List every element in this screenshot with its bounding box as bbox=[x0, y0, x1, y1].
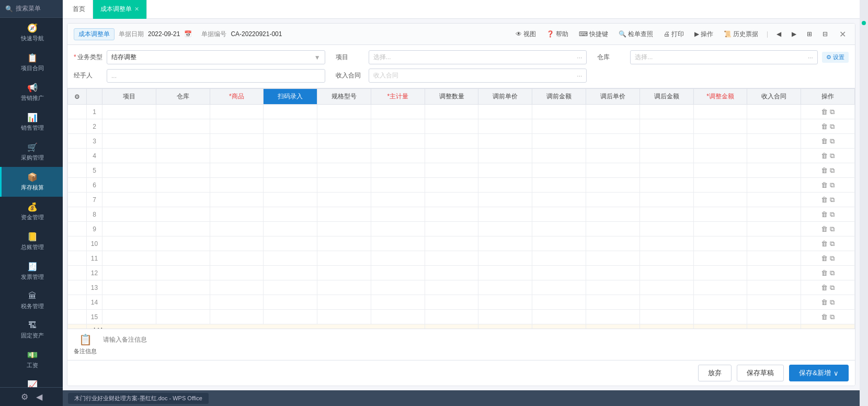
row-spec[interactable] bbox=[317, 207, 371, 222]
row-unit[interactable] bbox=[371, 280, 425, 295]
row-product[interactable] bbox=[210, 119, 264, 134]
row-warehouse[interactable] bbox=[156, 105, 210, 119]
row-pre-amount[interactable] bbox=[532, 163, 586, 178]
row-pre-amount[interactable] bbox=[532, 310, 586, 324]
row-product[interactable] bbox=[210, 251, 264, 266]
copy-row-icon[interactable]: ⧉ bbox=[830, 240, 835, 248]
row-product[interactable] bbox=[210, 149, 264, 163]
row-adj-qty[interactable] bbox=[425, 105, 478, 119]
row-post-price[interactable] bbox=[586, 236, 640, 251]
settings-icon[interactable]: ⚙ bbox=[21, 392, 28, 402]
row-post-price[interactable] bbox=[586, 149, 640, 163]
row-post-price[interactable] bbox=[586, 178, 640, 193]
row-product[interactable] bbox=[210, 105, 264, 119]
row-pre-price[interactable] bbox=[478, 178, 532, 193]
row-scan[interactable] bbox=[264, 310, 317, 324]
sidebar-item-ops[interactable]: 📈 经营管理 bbox=[0, 375, 63, 387]
copy-row-icon[interactable]: ⧉ bbox=[830, 196, 835, 204]
row-post-amount[interactable] bbox=[639, 222, 693, 236]
row-adj-amount[interactable] bbox=[693, 193, 747, 207]
row-unit[interactable] bbox=[371, 149, 425, 163]
row-post-amount[interactable] bbox=[639, 105, 693, 119]
copy-row-icon[interactable]: ⧉ bbox=[830, 181, 835, 189]
row-warehouse[interactable] bbox=[156, 222, 210, 236]
col-header-pre-amount[interactable]: 调前金额 bbox=[532, 89, 586, 105]
row-pre-amount[interactable] bbox=[532, 178, 586, 193]
delete-row-icon[interactable]: 🗑 bbox=[821, 269, 828, 277]
sidebar-item-tax[interactable]: 🏛 税务管理 bbox=[0, 286, 63, 315]
remark-input[interactable] bbox=[101, 333, 849, 352]
row-unit[interactable] bbox=[371, 163, 425, 178]
project-input[interactable]: 选择... ··· bbox=[369, 50, 587, 64]
row-adj-qty[interactable] bbox=[425, 193, 478, 207]
row-adj-amount[interactable] bbox=[693, 236, 747, 251]
sidebar-item-invoice[interactable]: 🧾 发票管理 bbox=[0, 256, 63, 286]
row-warehouse[interactable] bbox=[156, 280, 210, 295]
row-income[interactable] bbox=[747, 280, 801, 295]
row-scan[interactable] bbox=[264, 280, 317, 295]
sidebar-item-purchase-mgmt[interactable]: 🛒 采购管理 bbox=[0, 137, 63, 167]
row-product[interactable] bbox=[210, 222, 264, 236]
copy-row-icon[interactable]: ⧉ bbox=[830, 108, 835, 116]
row-pre-price[interactable] bbox=[478, 310, 532, 324]
row-unit[interactable] bbox=[371, 207, 425, 222]
row-spec[interactable] bbox=[317, 295, 371, 310]
row-scan[interactable] bbox=[264, 163, 317, 178]
row-adj-amount[interactable] bbox=[693, 105, 747, 119]
row-unit[interactable] bbox=[371, 310, 425, 324]
income-contract-input[interactable]: 收入合同 ··· bbox=[369, 69, 587, 83]
row-income[interactable] bbox=[747, 149, 801, 163]
row-pre-price[interactable] bbox=[478, 193, 532, 207]
business-type-input[interactable]: 结存调整 ▼ bbox=[107, 50, 325, 64]
delete-row-icon[interactable]: 🗑 bbox=[821, 181, 828, 189]
remark-icon-box[interactable]: 📋 备注信息 bbox=[74, 333, 97, 355]
row-warehouse[interactable] bbox=[156, 178, 210, 193]
project-dots[interactable]: ··· bbox=[577, 54, 582, 61]
row-post-amount[interactable] bbox=[639, 149, 693, 163]
delete-row-icon[interactable]: 🗑 bbox=[821, 254, 828, 263]
warehouse-dots[interactable]: ··· bbox=[808, 54, 813, 61]
sidebar-item-project-contract[interactable]: 📋 项目合同 bbox=[0, 48, 63, 77]
row-post-price[interactable] bbox=[586, 207, 640, 222]
collapse-icon[interactable]: ◀ bbox=[36, 392, 42, 402]
row-scan[interactable] bbox=[264, 149, 317, 163]
row-adj-amount[interactable] bbox=[693, 207, 747, 222]
row-income[interactable] bbox=[747, 266, 801, 280]
row-product[interactable] bbox=[210, 178, 264, 193]
row-scan[interactable] bbox=[264, 251, 317, 266]
row-pre-price[interactable] bbox=[478, 222, 532, 236]
row-scan[interactable] bbox=[264, 222, 317, 236]
row-unit[interactable] bbox=[371, 266, 425, 280]
row-post-amount[interactable] bbox=[639, 236, 693, 251]
row-spec[interactable] bbox=[317, 178, 371, 193]
row-product[interactable] bbox=[210, 193, 264, 207]
nav-prev-btn[interactable]: ◀ bbox=[774, 29, 783, 39]
row-pre-amount[interactable] bbox=[532, 251, 586, 266]
row-post-amount[interactable] bbox=[639, 207, 693, 222]
row-project[interactable] bbox=[102, 207, 156, 222]
delete-row-icon[interactable]: 🗑 bbox=[821, 298, 828, 307]
copy-row-icon[interactable]: ⧉ bbox=[830, 225, 835, 233]
row-adj-amount[interactable] bbox=[693, 280, 747, 295]
copy-row-icon[interactable]: ⧉ bbox=[830, 152, 835, 160]
row-post-amount[interactable] bbox=[639, 193, 693, 207]
row-warehouse[interactable] bbox=[156, 251, 210, 266]
row-pre-price[interactable] bbox=[478, 251, 532, 266]
row-post-price[interactable] bbox=[586, 295, 640, 310]
row-income[interactable] bbox=[747, 251, 801, 266]
row-scan[interactable] bbox=[264, 119, 317, 134]
row-pre-amount[interactable] bbox=[532, 119, 586, 134]
row-adj-qty[interactable] bbox=[425, 207, 478, 222]
row-pre-amount[interactable] bbox=[532, 222, 586, 236]
row-post-amount[interactable] bbox=[639, 280, 693, 295]
row-post-price[interactable] bbox=[586, 266, 640, 280]
row-income[interactable] bbox=[747, 295, 801, 310]
delete-row-icon[interactable]: 🗑 bbox=[821, 210, 828, 219]
row-pre-price[interactable] bbox=[478, 149, 532, 163]
row-warehouse[interactable] bbox=[156, 310, 210, 324]
delete-row-icon[interactable]: 🗑 bbox=[821, 166, 828, 175]
row-adj-qty[interactable] bbox=[425, 178, 478, 193]
copy-row-icon[interactable]: ⧉ bbox=[830, 254, 835, 263]
row-income[interactable] bbox=[747, 193, 801, 207]
col-header-scan[interactable]: 扫码录入 bbox=[264, 89, 317, 105]
